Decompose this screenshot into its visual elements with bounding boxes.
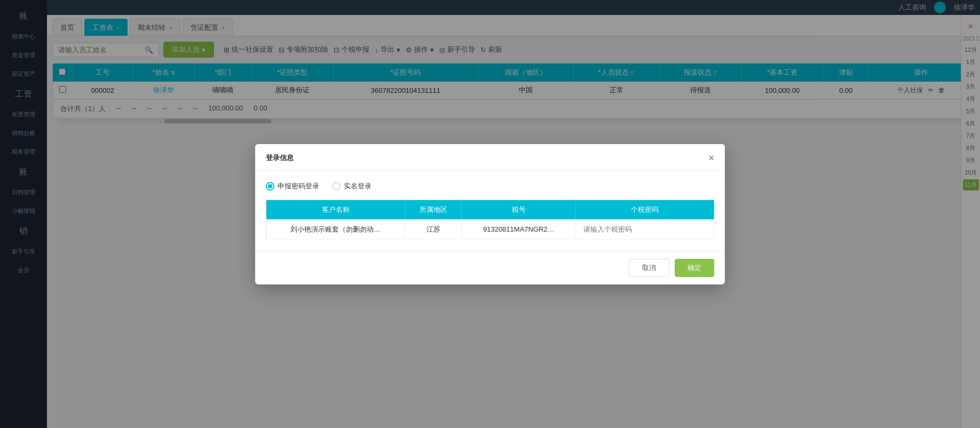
dialog-table-row: 刘小艳演示账套（勿删勿动… 江苏 91320811MA7NGR2… <box>266 219 714 240</box>
confirm-button[interactable]: 确定 <box>675 259 714 277</box>
dialog-cell-tax-no: 91320811MA7NGR2… <box>462 219 576 240</box>
dialog-overlay: 登录信息 × 申报密码登录 实名登录 客户名称 <box>0 0 980 428</box>
dialog-close-icon[interactable]: × <box>708 153 714 164</box>
login-info-dialog: 登录信息 × 申报密码登录 实名登录 客户名称 <box>255 144 725 284</box>
dialog-cell-region: 江苏 <box>405 219 462 240</box>
radio-realname-circle <box>332 182 341 191</box>
dialog-col-tax-pwd: 个税密码 <box>576 200 714 219</box>
dialog-col-tax-no: 税号 <box>462 200 576 219</box>
dialog-body: 申报密码登录 实名登录 客户名称 所属地区 税号 个税密码 <box>255 171 725 251</box>
radio-password-login[interactable]: 申报密码登录 <box>266 181 319 191</box>
dialog-cell-client-name: 刘小艳演示账套（勿删勿动… <box>266 219 405 240</box>
radio-password-circle <box>266 182 274 191</box>
dialog-col-client-name: 客户名称 <box>266 200 405 219</box>
dialog-footer: 取消 确定 <box>255 251 725 284</box>
cancel-button[interactable]: 取消 <box>629 259 669 277</box>
radio-group: 申报密码登录 实名登录 <box>266 181 714 191</box>
dialog-header: 登录信息 × <box>255 144 725 171</box>
radio-realname-label: 实名登录 <box>344 181 372 191</box>
tax-pwd-input[interactable] <box>583 225 706 233</box>
dialog-table: 客户名称 所属地区 税号 个税密码 刘小艳演示账套（勿删勿动… 江苏 91320… <box>266 200 714 240</box>
dialog-col-region: 所属地区 <box>405 200 462 219</box>
dialog-cell-tax-pwd[interactable] <box>576 219 714 240</box>
dialog-title: 登录信息 <box>266 153 294 163</box>
radio-password-label: 申报密码登录 <box>278 181 319 191</box>
radio-realname-login[interactable]: 实名登录 <box>332 181 372 191</box>
